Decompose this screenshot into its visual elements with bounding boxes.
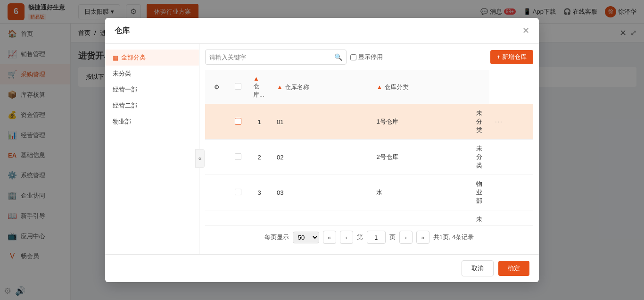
page-size-select[interactable]: 50 10 20 100: [293, 232, 319, 243]
page-number-input[interactable]: [367, 231, 386, 244]
row-checkbox[interactable]: [235, 189, 241, 195]
row-category: 物业部: [471, 175, 489, 210]
row-gear-cell: [205, 210, 229, 224]
row-name: 水: [371, 175, 470, 210]
dialog-body: « ▦ 全部分类 未分类 经营一部 经营二部 物业部: [105, 44, 539, 254]
row-actions: [489, 140, 533, 175]
row-gear-cell: [205, 104, 229, 140]
cancel-button[interactable]: 取消: [462, 260, 494, 276]
col-header-actions: [471, 70, 489, 104]
category-tree-panel: « ▦ 全部分类 未分类 经营一部 经营二部 物业部: [105, 44, 199, 254]
row-code: DEFAULT: [271, 210, 371, 224]
row-code: 03: [271, 175, 371, 210]
show-disabled-checkbox-label[interactable]: 显示停用: [350, 53, 383, 61]
col-header-code: ▲仓库...: [248, 70, 271, 104]
gear-icon: ⚙: [214, 83, 220, 91]
row-index: 2: [248, 140, 271, 175]
pagination: 每页显示 50 10 20 100 « ‹ 第 页: [205, 225, 533, 249]
grid-icon: ▦: [113, 54, 118, 61]
next-page-button[interactable]: ›: [399, 231, 413, 244]
table-row[interactable]: 4 DEFAULT 总仓 未分类: [205, 210, 533, 224]
dialog-title: 仓库: [115, 26, 130, 36]
tree-collapse-button[interactable]: «: [195, 149, 205, 168]
page-size-label: 每页显示: [264, 233, 289, 242]
table-row[interactable]: 2 02 2号仓库 未分类: [205, 140, 533, 175]
dialog-close-button[interactable]: ✕: [522, 25, 529, 36]
row-index: 4: [248, 210, 271, 224]
tree-item-ops1[interactable]: 经营一部: [105, 82, 199, 98]
row-category: 未分类: [471, 140, 489, 175]
row-index: 3: [248, 175, 271, 210]
last-page-button[interactable]: »: [416, 231, 429, 244]
warehouse-table: ⚙ ▲仓库... ▲仓库名称: [205, 70, 533, 224]
table-toolbar: 🔍 显示停用 + 新增仓库: [205, 50, 533, 65]
row-index: 1: [248, 104, 271, 140]
row-check-cell[interactable]: [229, 175, 248, 210]
col-header-category: ▲仓库分类: [371, 70, 470, 104]
search-input[interactable]: [209, 54, 334, 61]
row-category: 未分类: [471, 210, 489, 224]
row-checkbox[interactable]: [235, 118, 241, 125]
row-gear-cell: [205, 140, 229, 175]
row-code: 02: [271, 140, 371, 175]
tree-item-ops2[interactable]: 经营二部: [105, 98, 199, 114]
row-name: 总仓: [371, 210, 470, 224]
dialog-footer: 取消 确定: [105, 254, 539, 282]
row-checkbox[interactable]: [235, 153, 241, 160]
select-all-checkbox[interactable]: [235, 83, 241, 90]
row-actions: [489, 210, 533, 224]
tree-item-property[interactable]: 物业部: [105, 114, 199, 130]
row-name: 2号仓库: [371, 140, 470, 175]
row-actions: ···: [489, 104, 533, 140]
row-name: 1号仓库: [371, 104, 470, 140]
table-panel: 🔍 显示停用 + 新增仓库 ⚙: [199, 44, 539, 254]
confirm-button[interactable]: 确定: [498, 261, 529, 276]
page-label: 第: [357, 233, 363, 242]
row-check-cell[interactable]: [229, 210, 248, 224]
table-row[interactable]: 3 03 水 物业部: [205, 175, 533, 210]
row-check-cell[interactable]: [229, 104, 248, 140]
row-actions: [489, 175, 533, 210]
add-warehouse-button[interactable]: + 新增仓库: [490, 50, 533, 64]
total-records: 共1页, 4条记录: [433, 233, 474, 242]
show-disabled-checkbox[interactable]: [350, 54, 356, 60]
prev-page-button[interactable]: ‹: [340, 231, 353, 244]
page-end-label: 页: [389, 233, 396, 242]
search-icon[interactable]: 🔍: [334, 53, 342, 61]
row-check-cell[interactable]: [229, 140, 248, 175]
table-row[interactable]: 1 01 1号仓库 未分类 ···: [205, 104, 533, 140]
search-input-wrap: 🔍: [205, 50, 347, 65]
col-header-name: ▲仓库名称: [271, 70, 371, 104]
warehouse-dialog: 仓库 ✕ « ▦ 全部分类 未分类 经营一部 经营二部: [105, 18, 539, 282]
tree-item-unclassified[interactable]: 未分类: [105, 66, 199, 82]
col-header-gear: ⚙: [205, 70, 229, 104]
row-gear-cell: [205, 175, 229, 210]
first-page-button[interactable]: «: [323, 231, 336, 244]
row-code: 01: [271, 104, 371, 140]
row-category: 未分类: [471, 104, 489, 140]
col-header-check: [229, 70, 248, 104]
modal-overlay: 仓库 ✕ « ▦ 全部分类 未分类 经营一部 经营二部: [0, 0, 644, 300]
dialog-header: 仓库 ✕: [105, 18, 539, 44]
tree-item-all[interactable]: ▦ 全部分类: [105, 50, 199, 66]
